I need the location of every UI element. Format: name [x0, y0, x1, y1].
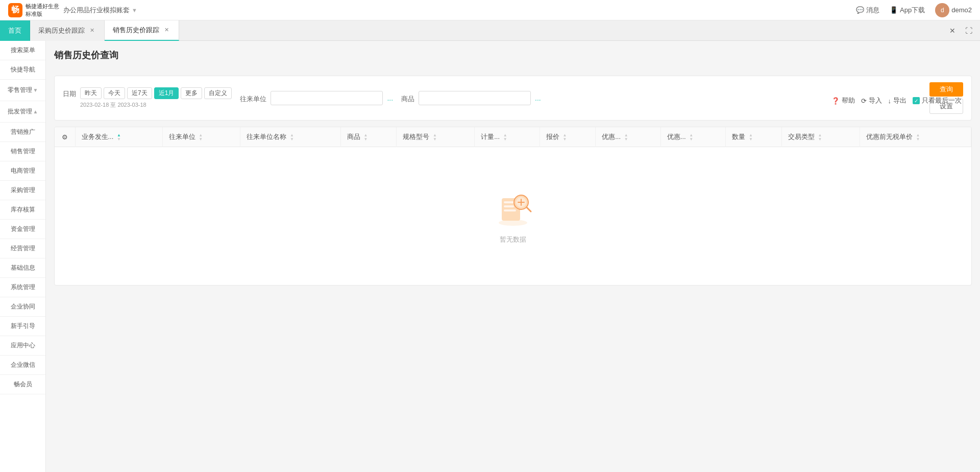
sidebar-item-label: 系统管理: [11, 283, 35, 292]
import-action[interactable]: ⟳ 导入: [861, 96, 882, 105]
svg-rect-3: [504, 205, 514, 207]
tab-sales-history[interactable]: 销售历史价跟踪 ✕: [105, 20, 179, 41]
sidebar-item-label: 库存核算: [11, 205, 35, 214]
logo-text: 畅捷通好生意 标准版: [26, 3, 59, 17]
sidebar-item-system-mgmt[interactable]: 系统管理: [0, 278, 45, 297]
partner-label: 往来单位: [240, 92, 266, 104]
th-gear[interactable]: ⚙: [55, 127, 75, 147]
sidebar-item-retail-mgmt[interactable]: 零售管理 ▼: [0, 80, 45, 101]
chevron-down-icon[interactable]: ▼: [132, 7, 137, 13]
phone-icon: 📱: [890, 6, 898, 14]
sidebar-item-wholesale-mgmt[interactable]: 批发管理 ▲: [0, 101, 45, 123]
date-btn-today[interactable]: 今天: [104, 87, 125, 99]
chevron-down-icon: ▼: [33, 87, 38, 93]
tab-sales-close-icon[interactable]: ✕: [162, 26, 170, 34]
sidebar-item-enterprise-collab[interactable]: 企业协同: [0, 297, 45, 317]
tab-purchase-close-icon[interactable]: ✕: [88, 27, 96, 35]
th-trade-type[interactable]: 交易类型 ▲ ▼: [781, 127, 860, 147]
sidebar-item-app-center[interactable]: 应用中心: [0, 336, 45, 356]
th-spec-label: 规格型号: [403, 133, 429, 140]
th-quote[interactable]: 报价 ▲ ▼: [540, 127, 595, 147]
th-spec[interactable]: 规格型号 ▲ ▼: [397, 127, 475, 147]
partner-dots-icon[interactable]: ...: [387, 94, 393, 102]
sidebar-item-search-menu[interactable]: 搜索菜单: [0, 41, 45, 60]
date-btn-last7[interactable]: 近7天: [127, 87, 152, 99]
th-unit[interactable]: 计量... ▲ ▼: [475, 127, 540, 147]
tab-bar-end: ✕ ⛶: [946, 25, 980, 37]
goods-dots-icon[interactable]: ...: [535, 94, 541, 102]
sidebar-item-label: 资金管理: [11, 225, 35, 233]
query-button[interactable]: 查询: [929, 82, 963, 97]
sidebar-item-label: 新手引导: [11, 322, 35, 331]
sidebar-item-operations-mgmt[interactable]: 经营管理: [0, 239, 45, 258]
date-btn-more[interactable]: 更多: [181, 87, 202, 99]
th-partner-code-label: 往来单位: [169, 133, 195, 140]
header-right: 💬 消息 📱 App下载 d demo2: [856, 3, 972, 17]
partner-filter-group: 往来单位 ...: [240, 91, 393, 105]
tab-expand-btn[interactable]: ⛶: [963, 25, 975, 37]
date-range-text: 2023-02-18 至 2023-03-18: [80, 101, 232, 109]
sort-arrows-quote: ▲ ▼: [562, 133, 567, 141]
tab-purchase-history[interactable]: 采购历史价跟踪 ✕: [30, 20, 105, 41]
tab-home[interactable]: 首页: [0, 20, 30, 41]
sidebar-item-label: 企业协同: [11, 302, 35, 311]
sort-arrows-trade-type: ▲ ▼: [818, 133, 822, 141]
sort-arrows-unit: ▲ ▼: [503, 133, 507, 141]
goods-input[interactable]: [419, 91, 531, 105]
sidebar-item-member[interactable]: 畅会员: [0, 375, 45, 394]
help-icon: ❓: [831, 97, 840, 105]
sidebar-item-label: 销售管理: [11, 147, 35, 156]
th-partner-name[interactable]: 往来单位名称 ▲ ▼: [240, 127, 340, 147]
sort-arrows-biz-date: ▲ ▼: [117, 133, 121, 141]
th-goods[interactable]: 商品 ▲ ▼: [340, 127, 396, 147]
sidebar-item-new-guide[interactable]: 新手引导: [0, 317, 45, 336]
sidebar-item-label: 企业微信: [11, 361, 35, 369]
avatar: d: [935, 3, 949, 17]
sidebar-item-purchase-mgmt[interactable]: 采购管理: [0, 181, 45, 200]
th-biz-date[interactable]: 业务发生... ▲ ▼: [75, 127, 162, 147]
sidebar-item-inventory-check[interactable]: 库存核算: [0, 200, 45, 220]
sidebar-item-label: 快捷导航: [11, 65, 35, 74]
sidebar-item-label: 搜索菜单: [11, 46, 35, 55]
sidebar-item-label: 应用中心: [11, 341, 35, 350]
th-biz-date-label: 业务发生...: [82, 133, 114, 140]
top-header: 畅 畅捷通好生意 标准版 办公用品行业模拟账套 ▼ 💬 消息 📱 App下载 d…: [0, 0, 980, 20]
sidebar-item-marketing[interactable]: 营销推广: [0, 123, 45, 142]
message-action[interactable]: 💬 消息: [856, 6, 879, 15]
th-partner-code[interactable]: 往来单位 ▲ ▼: [162, 127, 240, 147]
only-last-checkbox-label[interactable]: ✓ 只看最后一次: [913, 96, 962, 105]
table-header-row: ⚙ 业务发生... ▲ ▼ 往来单位: [55, 127, 971, 147]
th-trade-type-label: 交易类型: [788, 133, 815, 140]
sort-arrows-pretax-price: ▲ ▼: [916, 133, 920, 141]
date-btn-last1m[interactable]: 近1月: [154, 87, 179, 99]
date-btn-yesterday[interactable]: 昨天: [80, 87, 102, 99]
sidebar-item-enterprise-wechat[interactable]: 企业微信: [0, 356, 45, 375]
empty-state-icon: [493, 188, 533, 229]
th-quantity[interactable]: 数量 ▲ ▼: [726, 127, 781, 147]
sidebar-item-label: 批发管理: [8, 107, 32, 116]
date-btn-custom[interactable]: 自定义: [204, 87, 232, 99]
sidebar-item-sales-mgmt[interactable]: 销售管理: [0, 142, 45, 161]
export-action[interactable]: ↓ 导出: [888, 96, 907, 105]
th-quote-label: 报价: [546, 133, 559, 140]
app-title: 办公用品行业模拟账套 ▼: [63, 6, 137, 15]
sidebar-item-finance-mgmt[interactable]: 资金管理: [0, 220, 45, 239]
sidebar-item-label: 电商管理: [11, 167, 35, 175]
partner-input[interactable]: [271, 91, 383, 105]
th-pretax-price[interactable]: 优惠前无税单价 ▲ ▼: [860, 127, 971, 147]
app-download-action[interactable]: 📱 App下载: [890, 6, 925, 15]
th-discount1[interactable]: 优惠... ▲ ▼: [596, 127, 661, 147]
date-btns: 昨天 今天 近7天 近1月 更多 自定义: [80, 87, 232, 99]
sidebar-item-label: 畅会员: [14, 380, 32, 389]
help-action[interactable]: ❓ 帮助: [831, 96, 855, 105]
sidebar-item-ecommerce-mgmt[interactable]: 电商管理: [0, 161, 45, 181]
th-discount2[interactable]: 优惠... ▲ ▼: [660, 127, 726, 147]
empty-state: 暂无数据: [55, 147, 971, 285]
tab-close-btn[interactable]: ✕: [946, 25, 959, 37]
sidebar-item-quick-nav[interactable]: 快捷导航: [0, 60, 45, 80]
sidebar-item-basic-info[interactable]: 基础信息: [0, 258, 45, 278]
user-action[interactable]: d demo2: [935, 3, 972, 17]
table-wrapper: ⚙ 业务发生... ▲ ▼ 往来单位: [55, 127, 971, 285]
logo-area: 畅 畅捷通好生意 标准版: [8, 3, 59, 17]
sort-arrows-discount2: ▲ ▼: [689, 133, 693, 141]
